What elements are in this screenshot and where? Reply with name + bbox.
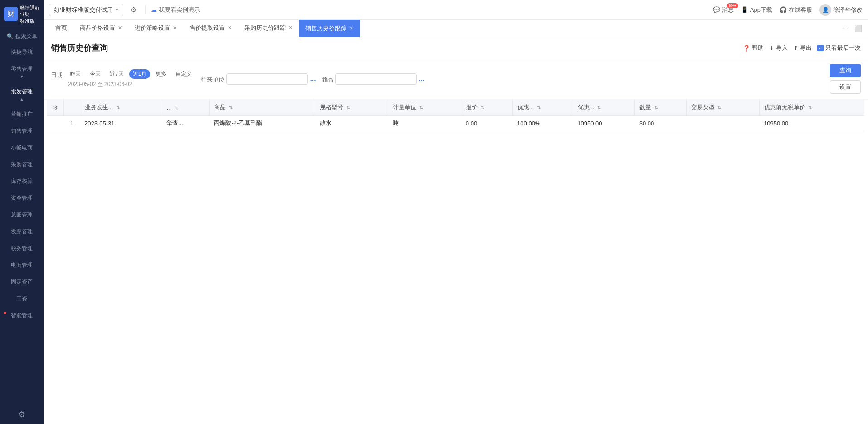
product-dots-btn[interactable]: ... bbox=[419, 75, 424, 83]
sidebar-item-retail[interactable]: 零售管理 ▼ bbox=[0, 61, 44, 83]
col-gear[interactable]: ⚙ bbox=[47, 100, 63, 116]
export-label: 导出 bbox=[800, 44, 812, 52]
col-discount-rate[interactable]: 优惠... ⇅ bbox=[512, 100, 573, 116]
col-spec[interactable]: 规格型号 ⇅ bbox=[315, 100, 388, 116]
sidebar-item-wholesale[interactable]: 批发管理 ▲ bbox=[0, 83, 44, 106]
window-minimize-btn[interactable]: ─ bbox=[839, 22, 852, 35]
tab-price-setting[interactable]: 商品价格设置 ✕ bbox=[73, 20, 128, 37]
filter-actions: 查询 设置 bbox=[830, 64, 861, 94]
online-service-btn[interactable]: 🎧 在线客服 bbox=[780, 6, 812, 14]
col-business-date[interactable]: 业务发生... ⇅ bbox=[80, 100, 162, 116]
sidebar-settings-btn[interactable]: ⚙ bbox=[0, 405, 44, 424]
tab-purchase-history-close[interactable]: ✕ bbox=[288, 25, 293, 31]
sidebar-item-marketing[interactable]: 营销推广 bbox=[0, 106, 44, 123]
finance-label: 资金管理 bbox=[11, 194, 33, 202]
topbar-divider bbox=[145, 5, 146, 14]
date-7days-btn[interactable]: 近7天 bbox=[106, 69, 127, 79]
sidebar-item-purchase[interactable]: 采购管理 bbox=[0, 156, 44, 173]
date-1month-btn[interactable]: 近1月 bbox=[129, 69, 151, 79]
checkbox-icon: ✓ bbox=[817, 45, 824, 51]
messages-btn[interactable]: 💬 消息 99+ bbox=[713, 6, 734, 14]
help-btn[interactable]: ❓ 帮助 bbox=[743, 44, 764, 52]
smart-label: 智能管理 bbox=[11, 312, 33, 319]
search-menu-label: 搜索菜单 bbox=[15, 33, 37, 40]
sidebar-item-quick-nav[interactable]: 快捷导航 bbox=[0, 44, 44, 61]
sidebar-item-smart[interactable]: 智能管理 bbox=[0, 307, 44, 324]
logo-icon: 财 bbox=[4, 7, 18, 21]
sort-icon: ⇅ bbox=[116, 105, 120, 110]
cell-price: 0.00 bbox=[461, 116, 512, 131]
tab-sales-history-label: 销售历史价跟踪 bbox=[305, 24, 346, 33]
avatar: 👤 bbox=[819, 4, 831, 16]
col-unit[interactable]: 计量单位 ⇅ bbox=[388, 100, 461, 116]
tab-strategy-setting-close[interactable]: ✕ bbox=[173, 25, 177, 31]
page-content: 销售历史价查询 ❓ 帮助 ⤓ 导入 ⤒ 导出 ✓ 只看最后一次 bbox=[44, 37, 868, 424]
demo-btn[interactable]: ☁ 我要看实例演示 bbox=[151, 6, 200, 14]
sidebar-item-inventory[interactable]: 库存核算 bbox=[0, 173, 44, 190]
purchase-label: 采购管理 bbox=[11, 161, 33, 169]
col-product[interactable]: 商品 ⇅ bbox=[209, 100, 315, 116]
sort-icon-price: ⇅ bbox=[481, 105, 484, 110]
main-area: 好业财标准版交付试用 ▾ ⚙ ☁ 我要看实例演示 💬 消息 99+ 📱 App下… bbox=[44, 0, 868, 424]
tab-price-extract-close[interactable]: ✕ bbox=[228, 25, 232, 31]
tab-purchase-history[interactable]: 采购历史价跟踪 ✕ bbox=[238, 20, 299, 37]
tab-window-controls: ─ ⬜ bbox=[835, 22, 868, 35]
date-more-btn[interactable]: 更多 bbox=[152, 69, 170, 79]
import-label: 导入 bbox=[776, 44, 788, 52]
table-row[interactable]: 1 2023-05-31 华查... 丙烯酸-2-乙基己酯 散水 吨 0.00 … bbox=[47, 116, 864, 131]
invoice-label: 发票管理 bbox=[11, 228, 33, 236]
table-header-row: ⚙ 业务发生... ⇅ ... ⇅ 商品 ⇅ bbox=[47, 100, 864, 116]
supplier-input[interactable] bbox=[226, 73, 308, 85]
sidebar-item-payroll[interactable]: 工资 bbox=[0, 290, 44, 307]
supplier-dots-btn[interactable]: ... bbox=[310, 75, 316, 83]
settings-btn[interactable]: 设置 bbox=[830, 80, 861, 94]
user-menu-btn[interactable]: 👤 徐泽华修改 bbox=[819, 4, 863, 16]
sidebar-item-invoice[interactable]: 发票管理 bbox=[0, 223, 44, 240]
product-input[interactable] bbox=[335, 73, 417, 85]
col-discount-price-label: 优惠... bbox=[578, 104, 595, 111]
inventory-label: 库存核算 bbox=[11, 178, 33, 185]
retail-arrow: ▼ bbox=[20, 74, 24, 79]
sort-icon-pretax-price: ⇅ bbox=[808, 105, 812, 110]
sidebar-item-sales[interactable]: 销售管理 bbox=[0, 123, 44, 140]
col-quantity[interactable]: 数量 ⇅ bbox=[635, 100, 686, 116]
export-btn[interactable]: ⤒ 导出 bbox=[793, 44, 812, 52]
date-yesterday-btn[interactable]: 昨天 bbox=[66, 69, 84, 79]
tab-price-setting-close[interactable]: ✕ bbox=[118, 25, 122, 31]
sidebar-item-fixed-assets[interactable]: 固定资产 bbox=[0, 274, 44, 290]
sort-icon-extra: ⇅ bbox=[175, 106, 178, 111]
sidebar-item-ecommerce[interactable]: 电商管理 bbox=[0, 257, 44, 274]
tab-purchase-history-label: 采购历史价跟踪 bbox=[244, 24, 286, 32]
date-range-display: 2023-05-02 至 2023-06-02 bbox=[68, 81, 195, 88]
tab-sales-history[interactable]: 销售历史价跟踪 ✕ bbox=[299, 20, 360, 37]
col-extra[interactable]: ... ⇅ bbox=[162, 100, 209, 116]
only-last-checkbox[interactable]: ✓ 只看最后一次 bbox=[817, 44, 861, 52]
page-title: 销售历史价查询 bbox=[51, 43, 108, 53]
sort-icon-transaction-type: ⇅ bbox=[717, 105, 721, 110]
app-download-btn[interactable]: 📱 App下载 bbox=[741, 6, 772, 14]
tab-strategy-setting[interactable]: 进价策略设置 ✕ bbox=[128, 20, 183, 37]
tab-sales-history-close[interactable]: ✕ bbox=[349, 25, 353, 31]
tab-price-extract[interactable]: 售价提取设置 ✕ bbox=[183, 20, 238, 37]
company-selector[interactable]: 好业财标准版交付试用 ▾ bbox=[49, 4, 123, 16]
col-discount-price[interactable]: 优惠... ⇅ bbox=[573, 100, 634, 116]
search-menu-btn[interactable]: 🔍 搜索菜单 bbox=[0, 29, 44, 44]
col-extra-label: ... bbox=[167, 104, 172, 111]
window-maximize-btn[interactable]: ⬜ bbox=[852, 22, 864, 35]
topbar-settings-btn[interactable]: ⚙ bbox=[127, 4, 140, 16]
sidebar-item-finance[interactable]: 资金管理 bbox=[0, 190, 44, 207]
date-custom-btn[interactable]: 自定义 bbox=[172, 69, 195, 79]
tax-label: 税务管理 bbox=[11, 245, 33, 252]
col-price[interactable]: 报价 ⇅ bbox=[461, 100, 512, 116]
col-pretax-price[interactable]: 优惠前无税单价 ⇅ bbox=[759, 100, 864, 116]
topbar: 好业财标准版交付试用 ▾ ⚙ ☁ 我要看实例演示 💬 消息 99+ 📱 App下… bbox=[44, 0, 868, 20]
query-btn[interactable]: 查询 bbox=[830, 64, 861, 77]
cell-discount-rate: 100.00% bbox=[512, 116, 573, 131]
date-today-btn[interactable]: 今天 bbox=[86, 69, 104, 79]
import-btn[interactable]: ⤓ 导入 bbox=[769, 44, 788, 52]
sidebar-item-tax[interactable]: 税务管理 bbox=[0, 240, 44, 257]
sidebar-item-ledger[interactable]: 总账管理 bbox=[0, 207, 44, 223]
sidebar-item-ecommerce-small[interactable]: 小畅电商 bbox=[0, 140, 44, 156]
tab-home[interactable]: 首页 bbox=[49, 20, 73, 37]
col-transaction-type[interactable]: 交易类型 ⇅ bbox=[686, 100, 759, 116]
